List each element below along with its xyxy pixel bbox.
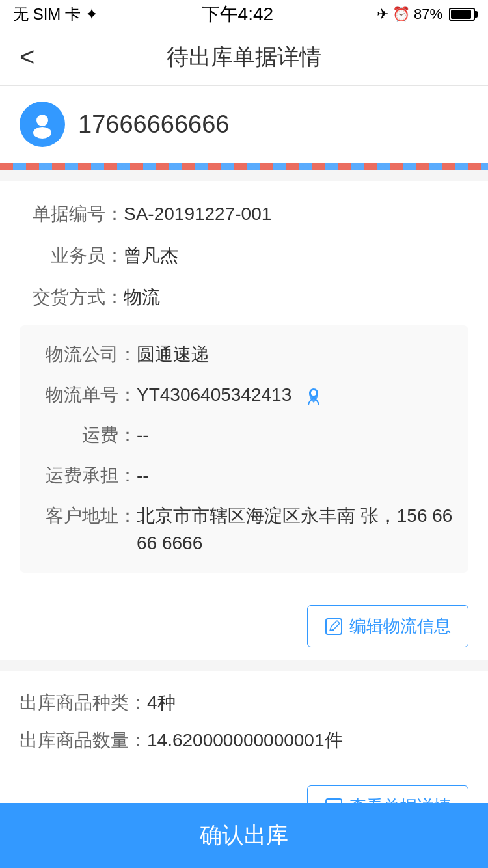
goods-quantity-label: 出库商品数量：	[20, 728, 147, 753]
freight-bear-label: 运费承担：	[33, 462, 137, 489]
logistics-company-label: 物流公司：	[33, 341, 137, 368]
freight-value: --	[137, 422, 455, 449]
logistics-company-value: 圆通速递	[137, 341, 455, 368]
order-number-row: 单据编号： SA-20191227-001	[20, 200, 468, 228]
logistics-card: 物流公司： 圆通速递 物流单号： YT4306405342413	[20, 325, 468, 573]
page-title: 待出库单据详情	[167, 42, 321, 72]
goods-types-label: 出库商品种类：	[20, 690, 147, 715]
freight-row: 运费： --	[33, 422, 455, 449]
tracking-number: YT4306405342413	[137, 381, 291, 409]
status-time: 下午4:42	[202, 2, 274, 27]
svg-rect-5	[326, 619, 342, 634]
freight-label: 运费：	[33, 422, 137, 449]
goods-quantity-value: 14.620000000000001件	[147, 728, 343, 753]
address-value: 北京市市辖区海淀区永丰南 张，156 6666 6666	[137, 502, 455, 557]
edit-logistics-label: 编辑物流信息	[349, 615, 451, 638]
delivery-value: 物流	[124, 284, 468, 311]
battery-label: 87%	[414, 6, 442, 23]
avatar	[20, 102, 65, 147]
location-pin-icon[interactable]	[302, 383, 325, 407]
edit-logistics-button[interactable]: 编辑物流信息	[307, 605, 468, 647]
goods-types-row: 出库商品种类： 4种	[20, 690, 468, 715]
confirm-button[interactable]: 确认出库	[0, 803, 488, 868]
agent-value: 曾凡杰	[124, 242, 468, 269]
svg-point-4	[311, 390, 316, 396]
battery-icon	[449, 8, 475, 21]
agent-row: 业务员： 曾凡杰	[20, 242, 468, 269]
address-row: 客户地址： 北京市市辖区海淀区永丰南 张，156 6666 6666	[33, 502, 455, 557]
agent-label: 业务员：	[20, 242, 124, 269]
alarm-icon: ⏰	[392, 6, 410, 23]
sim-label: 无 SIM 卡 ✦	[13, 4, 98, 25]
tracking-value: YT4306405342413	[137, 381, 455, 409]
svg-point-0	[36, 115, 48, 126]
delivery-label: 交货方式：	[20, 284, 124, 311]
dashed-divider	[0, 163, 488, 170]
freight-bear-row: 运费承担： --	[33, 462, 455, 489]
user-phone: 17666666666	[78, 111, 229, 139]
edit-icon	[325, 617, 343, 636]
status-bar: 无 SIM 卡 ✦ 下午4:42 ✈ ⏰ 87%	[0, 0, 488, 29]
order-number-value: SA-20191227-001	[124, 200, 468, 228]
person-icon	[27, 109, 57, 139]
tracking-label: 物流单号：	[33, 381, 137, 409]
order-info-section: 单据编号： SA-20191227-001 业务员： 曾凡杰 交货方式： 物流 …	[0, 181, 488, 592]
status-left: 无 SIM 卡 ✦	[13, 4, 98, 25]
goods-types-value: 4种	[147, 690, 176, 715]
location-status-icon: ✈	[377, 6, 388, 23]
user-header: 17666666666	[0, 86, 488, 163]
edit-logistics-area: 编辑物流信息	[0, 592, 488, 660]
svg-point-1	[33, 127, 51, 139]
status-right: ✈ ⏰ 87%	[377, 6, 475, 23]
delivery-row: 交货方式： 物流	[20, 284, 468, 311]
nav-bar: < 待出库单据详情	[0, 29, 488, 86]
logistics-company-row: 物流公司： 圆通速递	[33, 341, 455, 368]
goods-section: 出库商品种类： 4种 出库商品数量： 14.620000000000001件	[0, 671, 488, 772]
tracking-row: 物流单号： YT4306405342413	[33, 381, 455, 409]
order-number-label: 单据编号：	[20, 200, 124, 228]
freight-bear-value: --	[137, 462, 455, 489]
bottom-area: 确认出库	[0, 803, 488, 868]
address-label: 客户地址：	[33, 502, 137, 530]
back-button[interactable]: <	[20, 42, 34, 72]
goods-quantity-row: 出库商品数量： 14.620000000000001件	[20, 728, 468, 753]
